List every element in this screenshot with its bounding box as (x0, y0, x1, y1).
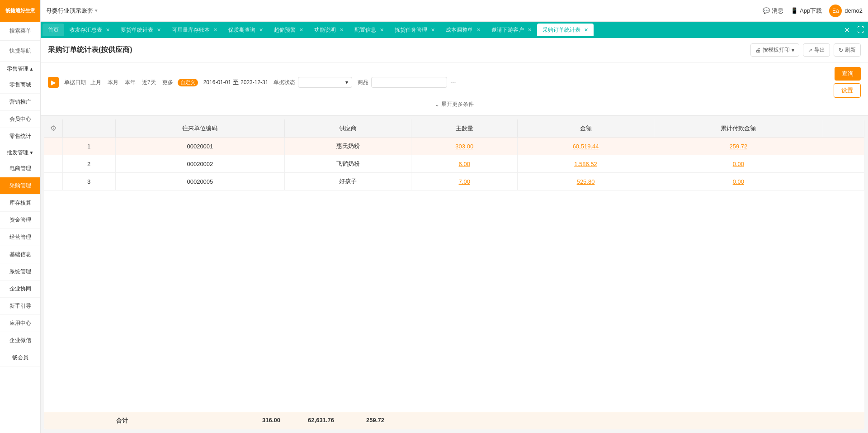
row-qty[interactable]: 6.00 (411, 155, 518, 173)
export-button[interactable]: ↗ 导出 (803, 43, 830, 57)
status-select[interactable]: ▾ (298, 77, 352, 88)
tab-goods-summary[interactable]: 要货单统计表 ✕ (115, 24, 166, 36)
row-index: 1 (62, 138, 115, 155)
sidebar-item-vip[interactable]: 畅会员 (0, 349, 40, 366)
sidebar-item-enterprise[interactable]: 企业协同 (0, 281, 40, 298)
sidebar-item-ecommerce[interactable]: 电商管理 (0, 160, 40, 177)
shortcut-this-month[interactable]: 本月 (106, 78, 120, 87)
goods-input[interactable] (371, 77, 447, 88)
tab-overstock-alert[interactable]: 超储预警 ✕ (269, 24, 309, 36)
refresh-label: 刷新 (845, 46, 856, 54)
close-icon[interactable]: ✕ (299, 27, 303, 33)
row-qty[interactable]: 7.00 (411, 173, 518, 190)
sidebar-item-member-center[interactable]: 会员中心 (0, 111, 40, 128)
message-icon: 💬 (763, 7, 770, 14)
sidebar-item-inventory[interactable]: 库存核算 (0, 195, 40, 212)
message-btn[interactable]: 💬 消息 (763, 7, 783, 15)
close-icon[interactable]: ✕ (106, 27, 110, 33)
data-table: ⚙ 往来单位编码 供应商 主数量 金额 累计付款金额 1 (44, 119, 864, 190)
workspace-selector[interactable]: 母婴行业演示账套 ▾ (46, 7, 98, 15)
chevron-down-icon: ▲ (29, 67, 34, 71)
user-profile[interactable]: Ea demo2 (829, 5, 863, 17)
close-icon[interactable]: ✕ (340, 27, 344, 33)
sidebar-item-basic-info[interactable]: 基础信息 (0, 246, 40, 263)
sidebar-nav-label[interactable]: 快捷导航 (0, 41, 40, 62)
close-icon[interactable]: ✕ (476, 27, 481, 33)
sidebar-item-operations[interactable]: 经营管理 (0, 229, 40, 246)
maximize-btn[interactable]: ⛶ (855, 25, 866, 35)
filter-row: ▶ 单据日期 上月 本月 本年 近7天 更多 自定义 2016-01-01 至 … (48, 67, 861, 98)
col-settings[interactable]: ⚙ (44, 119, 62, 138)
sidebar-item-system[interactable]: 系统管理 (0, 263, 40, 281)
sidebar-item-marketing[interactable]: 营销推广 (0, 94, 40, 111)
settings-icon[interactable]: ⚙ (50, 124, 57, 132)
sidebar-item-wholesale[interactable]: 批发管理 ▼ (0, 145, 40, 160)
sidebar-item-new-guide[interactable]: 新手引导 (0, 298, 40, 315)
close-icon[interactable]: ✕ (380, 27, 384, 33)
app-download-btn[interactable]: 📱 App下载 (791, 7, 822, 15)
tab-receive-summary[interactable]: 收发存汇总表 ✕ (64, 24, 115, 36)
expand-more-btn[interactable]: ⌄ 展开更多条件 (435, 100, 474, 108)
sidebar-item-app-center[interactable]: 应用中心 (0, 315, 40, 332)
header-actions: 🖨 按模板打印 ▾ ↗ 导出 ↻ 刷新 (750, 43, 861, 62)
col-code: 往来单位编码 (115, 119, 284, 138)
row-paid[interactable]: 0.00 (654, 155, 823, 173)
sidebar-item-retail-stats[interactable]: 零售统计 (0, 128, 40, 145)
page-content: 采购订单统计表(按供应商) 🖨 按模板打印 ▾ ↗ 导出 ↻ 刷新 (41, 38, 868, 433)
row-paid[interactable]: 0.00 (654, 173, 823, 190)
tab-home[interactable]: 首页 (42, 24, 64, 36)
tab-expiry-query[interactable]: 保质期查询 ✕ (223, 24, 269, 36)
close-icon[interactable]: ✕ (213, 27, 217, 33)
col-amount: 金额 (518, 119, 654, 138)
query-button[interactable]: 查询 (835, 67, 861, 81)
settings-button[interactable]: 设置 (834, 83, 861, 98)
close-icon[interactable]: ✕ (584, 27, 588, 33)
close-icon[interactable]: ✕ (157, 27, 161, 33)
row-amount[interactable]: 60,519.44 (518, 138, 654, 155)
export-label: 导出 (814, 46, 825, 54)
row-amount[interactable]: 1,586.52 (518, 155, 654, 173)
sidebar-item-retail-mgmt[interactable]: 零售管理 ▲ (0, 62, 40, 76)
sidebar-item-retail-store[interactable]: 零售商城 (0, 76, 40, 94)
more-options-icon[interactable]: ··· (450, 78, 456, 86)
close-icon[interactable]: ✕ (259, 27, 263, 33)
chevron-down-icon: ▼ (29, 150, 34, 155)
export-icon: ↗ (808, 47, 812, 53)
shortcut-this-year[interactable]: 本年 (123, 78, 137, 87)
tab-function-desc[interactable]: 功能说明 ✕ (309, 24, 349, 36)
row-qty[interactable]: 303.00 (411, 138, 518, 155)
print-button[interactable]: 🖨 按模板打印 ▾ (750, 43, 799, 57)
mobile-icon: 📱 (791, 7, 798, 14)
sidebar-item-purchase[interactable]: 采购管理 (0, 177, 40, 195)
shortcut-7days[interactable]: 近7天 (140, 78, 158, 87)
row-extra (823, 173, 864, 190)
refresh-button[interactable]: ↻ 刷新 (834, 43, 861, 57)
tab-purchase-summary[interactable]: 采购订单统计表 ✕ (537, 24, 594, 36)
close-all-tabs-btn[interactable]: ✕ (842, 25, 852, 35)
tab-cost-adjust[interactable]: 成本调整单 ✕ (440, 24, 486, 36)
sidebar-search[interactable]: 搜索菜单 (0, 22, 40, 41)
row-paid[interactable]: 259.72 (654, 138, 823, 155)
tab-config-info[interactable]: 配置信息 ✕ (349, 24, 389, 36)
tab-available-inventory[interactable]: 可用量库存账本 ✕ (166, 24, 223, 36)
tab-invite-downstream[interactable]: 邀请下游客户 ✕ (486, 24, 537, 36)
search-label[interactable]: 搜索菜单 (3, 25, 38, 37)
close-icon[interactable]: ✕ (431, 27, 435, 33)
col-extra (823, 119, 864, 138)
table-area: ⚙ 往来单位编码 供应商 主数量 金额 累计付款金额 1 (44, 119, 864, 429)
tab-picking-task[interactable]: 拣货任务管理 ✕ (389, 24, 440, 36)
col-qty: 主数量 (411, 119, 518, 138)
sidebar-item-finance[interactable]: 资金管理 (0, 212, 40, 229)
sidebar-item-enterprise-wechat[interactable]: 企业微信 (0, 332, 40, 349)
shortcut-last-month[interactable]: 上月 (89, 78, 103, 87)
shortcut-more[interactable]: 更多 (160, 78, 175, 87)
close-icon[interactable]: ✕ (528, 27, 532, 33)
tab-label: 成本调整单 (446, 26, 473, 34)
row-amount[interactable]: 525.80 (518, 173, 654, 190)
avatar: Ea (829, 5, 842, 17)
filter-expand: ⌄ 展开更多条件 (48, 98, 861, 111)
tab-label: 邀请下游客户 (491, 26, 524, 34)
tab-label: 保质期查询 (228, 26, 255, 34)
filter-toggle-btn[interactable]: ▶ (48, 77, 59, 88)
row-settings (44, 173, 62, 190)
